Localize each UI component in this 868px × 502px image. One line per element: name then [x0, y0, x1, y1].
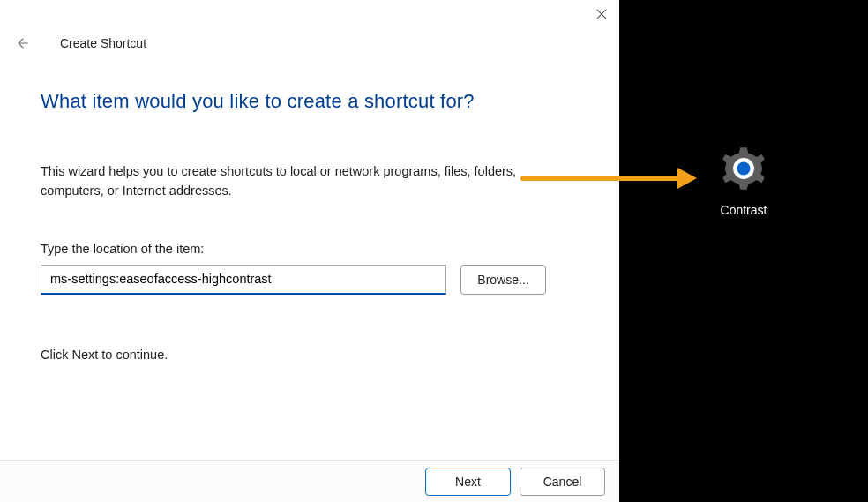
location-row: Browse...	[41, 265, 584, 295]
desktop-area: Contrast	[619, 0, 868, 502]
browse-button[interactable]: Browse...	[460, 265, 546, 295]
wizard-headline: What item would you like to create a sho…	[41, 90, 584, 113]
location-input[interactable]	[41, 265, 446, 295]
gear-icon	[720, 145, 767, 196]
svg-point-1	[737, 161, 750, 175]
back-arrow-icon[interactable]	[11, 32, 34, 55]
next-button[interactable]: Next	[425, 468, 511, 496]
location-label: Type the location of the item:	[41, 242, 584, 256]
wizard-description: This wizard helps you to create shortcut…	[41, 161, 535, 201]
window-title: Create Shortcut	[60, 36, 146, 50]
create-shortcut-wizard: Create Shortcut What item would you like…	[0, 0, 619, 502]
desktop-shortcut-label: Contrast	[721, 203, 767, 217]
wizard-content: What item would you like to create a sho…	[0, 55, 619, 460]
continue-hint: Click Next to continue.	[41, 348, 584, 362]
wizard-footer: Next Cancel	[0, 460, 619, 502]
titlebar: Create Shortcut	[0, 0, 619, 55]
cancel-button[interactable]: Cancel	[520, 468, 605, 496]
desktop-shortcut-contrast[interactable]: Contrast	[720, 145, 767, 217]
close-icon[interactable]	[593, 5, 610, 23]
